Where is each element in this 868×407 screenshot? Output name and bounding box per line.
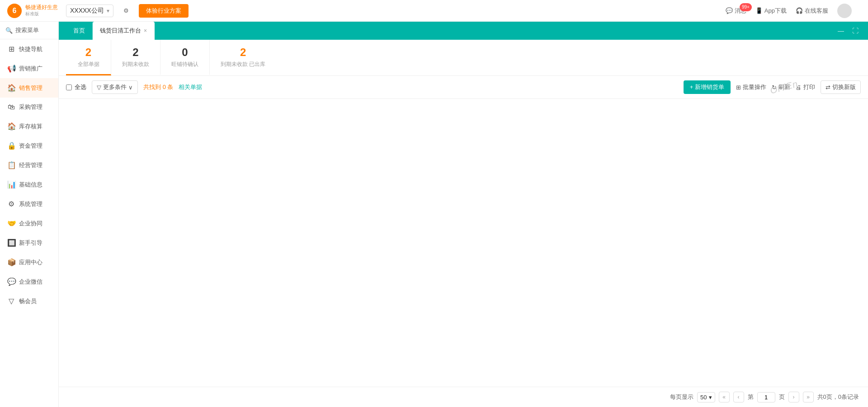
sidebar-item-operation[interactable]: 📋 经营管理: [0, 155, 58, 175]
batch-icon: ⊞: [736, 84, 741, 91]
top-header: 6 畅捷通好生意 标准版 XXXXX公司 ▾ ⚙ 体验行业方案 💬 消息 99+…: [0, 0, 868, 22]
sidebar-item-inventory[interactable]: 🏠 库存核算: [0, 117, 58, 136]
operation-icon: 📋: [7, 161, 15, 169]
tab-minimize-button[interactable]: —: [835, 25, 846, 36]
per-page-label: 每页显示: [670, 393, 693, 401]
page-content: 2 全部单据 2 到期未收款 0 旺铺待确认 2 到期未收款 已出库: [59, 40, 868, 407]
sidebar-item-cooperation[interactable]: 🤝 企业协同: [0, 214, 58, 233]
app-download-btn[interactable]: 📱 App下载: [755, 7, 787, 15]
stat-label-overdue-shipped: 到期未收款 已出库: [221, 61, 265, 68]
sidebar-item-sales[interactable]: 🏠 销售管理: [0, 78, 58, 98]
app-badge: 标准版: [25, 11, 58, 17]
header-right: 💬 消息 99+ 📱 App下载 🎧 在线客服: [726, 4, 861, 18]
page-size-selector[interactable]: 50 ▾: [697, 392, 715, 402]
sidebar-item-finance[interactable]: 🔒 资金管理: [0, 136, 58, 155]
sidebar-item-purchase[interactable]: 🛍 采购管理: [0, 98, 58, 117]
message-icon: 💬: [726, 7, 733, 14]
sidebar: 🔍 搜索菜单 ⊞ 快捷导航 📢 营销推广 🏠 销售管理 🛍 采购管理 🏠 库存核…: [0, 22, 59, 407]
found-number: 0: [163, 84, 166, 90]
chevron-down-icon: ▾: [107, 8, 109, 14]
sidebar-item-app-center[interactable]: 📦 应用中心: [0, 253, 58, 272]
batch-operation-button[interactable]: ⊞ 批量操作: [736, 83, 766, 91]
sidebar-item-member[interactable]: ▽ 畅会员: [0, 291, 58, 311]
sidebar-search[interactable]: 🔍 搜索菜单: [0, 22, 58, 39]
sidebar-item-label: 应用中心: [19, 258, 42, 267]
stat-tab-overdue[interactable]: 2 到期未收款: [111, 40, 160, 75]
experience-button[interactable]: 体验行业方案: [139, 4, 189, 18]
tab-maximize-button[interactable]: ⛶: [850, 25, 861, 36]
sidebar-item-enterprise-wx[interactable]: 💬 企业微信: [0, 272, 58, 291]
total-info: 共0页，0条记录: [817, 393, 859, 401]
sidebar-item-guide[interactable]: 🔲 新手引导: [0, 233, 58, 253]
stat-label-all: 全部单据: [78, 61, 99, 68]
tab-cash-ledger[interactable]: 钱货日清工作台 ×: [93, 22, 155, 40]
finance-icon: 🔒: [7, 141, 15, 150]
select-all-input[interactable]: [66, 84, 72, 90]
sidebar-item-label: 系统管理: [19, 200, 42, 208]
first-page-button[interactable]: «: [719, 392, 730, 402]
filter-icon: ▽: [97, 84, 101, 91]
next-page-button[interactable]: ›: [788, 392, 799, 402]
sidebar-item-label: 经营管理: [19, 161, 42, 169]
app-download-label: App下载: [764, 7, 787, 15]
sidebar-item-label: 企业协同: [19, 220, 42, 228]
message-btn[interactable]: 💬 消息 99+: [726, 7, 746, 15]
tab-home[interactable]: 首页: [66, 22, 93, 40]
online-service-btn[interactable]: 🎧 在线客服: [796, 7, 828, 15]
found-unit: 条: [167, 84, 173, 90]
search-icon: 🔍: [5, 27, 13, 34]
print-label: 打印: [803, 83, 815, 91]
select-all-checkbox[interactable]: 全选: [66, 83, 86, 91]
batch-label: 批量操作: [743, 83, 766, 91]
stat-count-pending: 0: [182, 46, 188, 59]
chevron-icon: ∨: [128, 84, 133, 91]
sidebar-item-label: 采购管理: [19, 103, 42, 111]
tab-cash-ledger-label: 钱货日清工作台: [100, 27, 141, 35]
page-suffix: 页: [779, 393, 785, 401]
stat-tab-overdue-shipped[interactable]: 2 到期未收款 已出库: [210, 40, 276, 75]
enterprise-wx-icon: 💬: [7, 277, 15, 286]
inventory-icon: 🏠: [7, 122, 15, 131]
switch-version-button[interactable]: ⇄ 切换新版: [821, 80, 861, 94]
marketing-icon: 📢: [7, 64, 15, 73]
company-name: XXXXX公司: [70, 7, 104, 15]
online-service-label: 在线客服: [805, 7, 828, 15]
stat-count-overdue: 2: [132, 46, 138, 59]
switch-icon: ⇄: [826, 84, 830, 91]
stats-bar: 2 全部单据 2 到期未收款 0 旺铺待确认 2 到期未收款 已出库: [59, 40, 868, 76]
search-label: 搜索菜单: [15, 26, 39, 34]
purchase-icon: 🛍: [7, 103, 15, 111]
gear-button[interactable]: ⚙: [119, 4, 133, 18]
add-sales-order-button[interactable]: + 新增销货单: [684, 80, 731, 94]
guide-icon: 🔲: [7, 239, 15, 247]
sidebar-item-label: 畅会员: [19, 297, 37, 305]
sidebar-item-label: 快捷导航: [19, 45, 42, 53]
avatar[interactable]: [837, 4, 852, 18]
related-orders-link[interactable]: 相关单据: [179, 83, 202, 91]
basic-info-icon: 📊: [7, 180, 15, 189]
stat-label-pending: 旺铺待确认: [171, 61, 198, 68]
app-center-icon: 📦: [7, 258, 15, 267]
cooperation-icon: 🤝: [7, 219, 15, 228]
tab-actions: — ⛶: [835, 25, 861, 36]
toolbar: 全选 ▽ 更多条件 ∨ 共找到 0 条 相关单据 + 新增销货单: [59, 76, 868, 99]
system-icon: ⚙: [7, 200, 15, 208]
stat-count-overdue-shipped: 2: [240, 46, 246, 59]
stat-tab-all[interactable]: 2 全部单据: [66, 40, 111, 75]
page-number-input[interactable]: [757, 392, 775, 402]
sidebar-item-marketing[interactable]: 📢 营销推广: [0, 59, 58, 78]
stat-count-all: 2: [85, 46, 91, 59]
sidebar-item-basic-info[interactable]: 📊 基础信息: [0, 175, 58, 194]
member-icon: ▽: [7, 297, 15, 305]
message-badge: 99+: [740, 3, 752, 11]
sidebar-item-quick-nav[interactable]: ⊞ 快捷导航: [0, 39, 58, 59]
stat-label-overdue: 到期未收款: [122, 61, 149, 68]
prev-page-button[interactable]: ‹: [733, 392, 744, 402]
logo-area: 6 畅捷通好生意 标准版: [7, 4, 66, 18]
sidebar-item-system[interactable]: ⚙ 系统管理: [0, 194, 58, 214]
last-page-button[interactable]: »: [803, 392, 814, 402]
filter-button[interactable]: ▽ 更多条件 ∨: [92, 80, 138, 94]
company-selector[interactable]: XXXXX公司 ▾: [66, 5, 113, 17]
stat-tab-pending[interactable]: 0 旺铺待确认: [160, 40, 210, 75]
tab-close-icon[interactable]: ×: [144, 28, 147, 34]
